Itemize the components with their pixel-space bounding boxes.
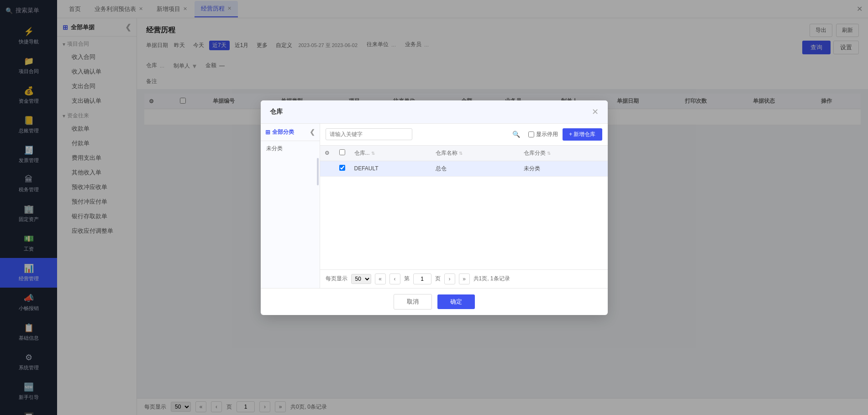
sort-code-icon[interactable]: ⇅ bbox=[371, 151, 375, 156]
search-icon[interactable]: 🔍 bbox=[512, 131, 520, 138]
modal-toolbar: 🔍 显示停用 + 新增仓库 bbox=[320, 124, 608, 146]
modal-page-end-label: 页 bbox=[435, 275, 441, 283]
warehouse-search-input[interactable] bbox=[326, 128, 412, 140]
modal-body: ⊞ 全部分类 ❮ 未分类 🔍 bbox=[261, 124, 608, 288]
modal-actions: 取消 确定 bbox=[261, 288, 608, 315]
modal-first-page[interactable]: « bbox=[375, 273, 386, 284]
modal-select-all[interactable] bbox=[339, 149, 345, 155]
modal-per-page-select[interactable]: 50 bbox=[351, 274, 371, 284]
grid-icon-modal: ⊞ bbox=[265, 129, 270, 136]
modal-header: 仓库 ✕ bbox=[261, 100, 608, 124]
row-gear bbox=[320, 161, 335, 176]
modal-col-check bbox=[335, 146, 350, 161]
modal-table-row[interactable]: DEFAULT 总仓 未分类 bbox=[320, 161, 608, 176]
modal-close-button[interactable]: ✕ bbox=[592, 107, 599, 117]
modal-confirm-button[interactable]: 确定 bbox=[437, 294, 475, 309]
modal-overlay[interactable]: 仓库 ✕ ⊞ 全部分类 ❮ 未分类 bbox=[0, 0, 868, 415]
modal-title: 仓库 bbox=[270, 108, 283, 116]
modal-col-gear: ⚙ bbox=[320, 146, 335, 161]
modal-col-name: 仓库名称 ⇅ bbox=[431, 146, 519, 161]
modal-last-page[interactable]: » bbox=[459, 273, 470, 284]
modal-next-page[interactable]: › bbox=[444, 273, 455, 284]
modal-prev-page[interactable]: ‹ bbox=[389, 273, 400, 284]
modal-sidebar-collapse-icon[interactable]: ❮ bbox=[310, 128, 315, 136]
warehouse-modal: 仓库 ✕ ⊞ 全部分类 ❮ 未分类 bbox=[261, 100, 608, 315]
modal-col-code: 仓库... ⇅ bbox=[350, 146, 431, 161]
modal-table-wrap: ⚙ 仓库... ⇅ 仓库名称 ⇅ bbox=[320, 146, 608, 269]
sort-name-icon[interactable]: ⇅ bbox=[459, 151, 463, 156]
row-category: 未分类 bbox=[519, 161, 607, 176]
modal-cancel-button[interactable]: 取消 bbox=[394, 294, 432, 310]
search-wrap: 🔍 bbox=[326, 128, 524, 140]
modal-content-area: 🔍 显示停用 + 新增仓库 ⚙ bbox=[320, 124, 608, 288]
modal-total-records: 共1页, 1条记录 bbox=[473, 275, 510, 283]
modal-warehouse-table: ⚙ 仓库... ⇅ 仓库名称 ⇅ bbox=[320, 146, 608, 177]
modal-col-category: 仓库分类 ⇅ bbox=[519, 146, 607, 161]
modal-pagination: 每页显示 50 « ‹ 第 页 › » 共1页, 1条记录 bbox=[320, 269, 608, 288]
modal-page-label: 第 bbox=[404, 275, 410, 283]
modal-sidebar-header: ⊞ 全部分类 ❮ bbox=[261, 124, 320, 141]
modal-per-page-label: 每页显示 bbox=[326, 275, 347, 283]
row-name: 总仓 bbox=[431, 161, 519, 176]
modal-page-input[interactable] bbox=[413, 273, 431, 284]
modal-sidebar: ⊞ 全部分类 ❮ 未分类 bbox=[261, 124, 320, 288]
row-check[interactable] bbox=[335, 161, 350, 176]
sort-category-icon[interactable]: ⇅ bbox=[547, 151, 551, 156]
row-checkbox[interactable] bbox=[339, 165, 345, 171]
show-disabled-label[interactable]: 显示停用 bbox=[528, 131, 558, 138]
modal-sidebar-item-uncategorized[interactable]: 未分类 bbox=[261, 141, 320, 156]
add-warehouse-button[interactable]: + 新增仓库 bbox=[563, 128, 602, 141]
row-code: DEFAULT bbox=[350, 161, 431, 176]
show-disabled-checkbox[interactable] bbox=[528, 131, 534, 137]
